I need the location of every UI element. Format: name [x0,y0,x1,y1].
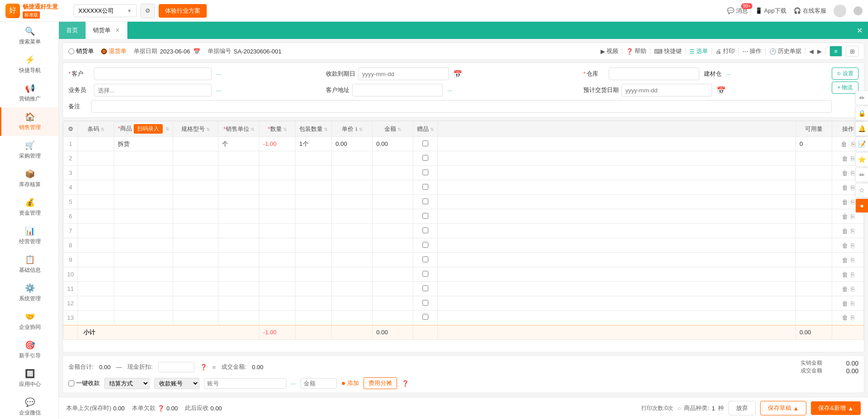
delete-icon[interactable]: 🗑 [842,184,848,191]
expense-help-icon[interactable]: ❓ [402,380,409,387]
warehouse-dots[interactable]: ··· [726,71,731,77]
row-pack-qty[interactable] [296,296,332,311]
row-spec[interactable] [173,224,218,238]
scan-button[interactable]: 扫码录入 [134,124,163,134]
row-amount[interactable] [373,238,413,253]
row-qty[interactable] [259,224,296,238]
row-pack-qty[interactable] [296,209,332,224]
product-type-icon[interactable]: ○ [678,405,681,412]
row-amount[interactable] [373,180,413,195]
row-barcode[interactable] [78,137,114,151]
delete-icon[interactable]: 🗑 [842,314,848,321]
row-price[interactable] [332,282,373,296]
row-product[interactable] [114,282,173,296]
row-pack-qty[interactable] [296,267,332,282]
delete-icon[interactable]: 🗑 [842,271,848,278]
delete-icon[interactable]: 🗑 [842,300,848,307]
prev-btn[interactable]: ◀ [809,48,814,55]
customer-dots[interactable]: ··· [216,71,221,77]
sidebar-item-finance[interactable]: 💰 资金管理 [0,193,58,222]
row-unit[interactable] [218,209,259,224]
logistics-button[interactable]: + 物流 [832,82,858,94]
row-pack-qty[interactable] [296,166,332,180]
row-spec[interactable] [173,267,218,282]
account-select[interactable]: 收款账号 [154,378,199,389]
dots-icon[interactable]: ··· [291,380,296,387]
gift-checkbox[interactable] [422,285,428,291]
list-view-btn[interactable]: ≡ [829,46,842,57]
operations-btn[interactable]: ⋯ 操作 [742,47,761,55]
save-draft-button[interactable]: 保存草稿 ▲ [760,401,807,415]
row-gift[interactable] [413,137,438,151]
row-barcode[interactable] [78,296,114,311]
row-spec[interactable] [173,151,218,166]
radio-sales-input[interactable] [68,48,74,54]
row-price[interactable] [332,166,373,180]
trial-button[interactable]: 体验行业方案 [159,4,207,18]
copy-icon[interactable]: ⎘ [851,140,855,148]
expense-split-btn[interactable]: 费用分摊 [364,377,397,389]
copy-icon[interactable]: ⎘ [851,169,854,177]
row-gift[interactable] [413,166,438,180]
tab-home[interactable]: 首页 [59,22,86,39]
discard-button[interactable]: 放弃 [728,401,756,415]
delete-icon[interactable]: 🗑 [842,242,848,249]
row-qty[interactable] [259,282,296,296]
row-price[interactable]: 0.00 [332,137,373,151]
row-gift[interactable] [413,253,438,267]
copy-icon[interactable]: ⎘ [851,285,854,293]
tab-sales-order[interactable]: 销货单 ✕ [86,22,127,39]
row-barcode[interactable] [78,282,114,296]
delete-icon[interactable]: 🗑 [842,256,848,264]
sidebar-item-quick-nav[interactable]: ⚡ 快捷导航 [0,50,58,79]
row-product[interactable] [114,195,173,209]
row-unit[interactable] [218,253,259,267]
setting-button[interactable]: ⊙ 设置 [832,67,858,80]
row-amount[interactable] [373,195,413,209]
delete-icon[interactable]: 🗑 [842,227,848,235]
row-gift[interactable] [413,311,438,325]
sidebar-item-operations[interactable]: 📊 经营管理 [0,222,58,250]
row-gift[interactable] [413,195,438,209]
gift-checkbox[interactable] [422,256,428,262]
row-unit[interactable] [218,238,259,253]
row-unit[interactable] [218,224,259,238]
row-price[interactable] [332,224,373,238]
copy-icon[interactable]: ⎘ [851,227,854,235]
online-service-button[interactable]: 🎧 在线客服 [794,7,826,15]
row-spec[interactable] [173,209,218,224]
payment-due-input[interactable] [358,67,449,80]
row-qty[interactable]: -1.00 [259,137,296,151]
row-product[interactable] [114,180,173,195]
row-gift[interactable] [413,209,438,224]
discount-help-icon[interactable]: ❓ [200,364,207,371]
gift-checkbox[interactable] [422,314,428,320]
row-product[interactable] [114,311,173,325]
gift-checkbox[interactable] [422,184,428,190]
float-btn-4[interactable]: 📝 [855,137,868,151]
gift-checkbox[interactable] [422,155,428,161]
row-spec[interactable] [173,296,218,311]
row-barcode[interactable] [78,253,114,267]
copy-icon[interactable]: ⎘ [851,256,854,264]
row-product[interactable] [114,224,173,238]
warehouse-input[interactable] [609,67,699,80]
radio-return[interactable]: 退货单 [101,47,126,55]
copy-icon[interactable]: ⎘ [851,155,854,162]
row-unit[interactable] [218,311,259,325]
cash-discount-input[interactable] [158,362,194,372]
row-amount[interactable] [373,151,413,166]
next-btn[interactable]: ▶ [817,48,822,55]
calendar-icon[interactable]: 📅 [193,48,200,55]
row-product[interactable] [114,253,173,267]
row-pack-qty[interactable] [296,180,332,195]
row-spec[interactable] [173,137,218,151]
gift-checkbox[interactable] [422,198,428,204]
gift-checkbox[interactable] [422,140,428,146]
row-amount[interactable] [373,267,413,282]
float-btn-7[interactable]: ☆ [855,183,868,197]
float-btn-2[interactable]: 🔒 [855,106,868,120]
row-amount[interactable] [373,296,413,311]
delete-icon[interactable]: 🗑 [842,155,848,162]
copy-icon[interactable]: ⎘ [851,198,854,206]
